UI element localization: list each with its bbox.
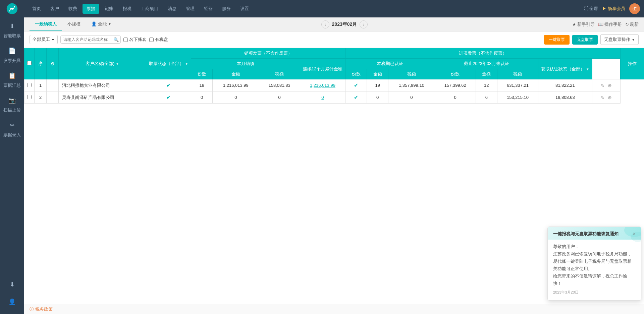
sidebar: ⬇ 智能取票 📄 发票开具 📋 票据汇总 📷 扫描上传 ✏ 票据录入 ⬇ 👤 (0, 0, 24, 314)
sidebar-logo[interactable] (0, 0, 24, 17)
nav-collection[interactable]: 收费 (64, 4, 81, 14)
sidebar-item-invoice-summary[interactable]: 📋 票据汇总 (0, 67, 24, 92)
nav-bookkeeping[interactable]: 记账 (101, 4, 117, 14)
avatar[interactable]: tE (629, 3, 640, 14)
row-deadline-num: 6 (476, 91, 497, 104)
row-deadline-num: 12 (476, 79, 497, 91)
filter-dropdown-icon: ▼ (51, 38, 55, 42)
th-deadline-num: 份数 (435, 69, 476, 79)
search-input[interactable] (60, 36, 121, 44)
row-confirm-status: ✔ (345, 91, 367, 104)
refresh-btn[interactable]: ↻ 刷新 (625, 21, 639, 27)
new-guide-btn[interactable]: ★ 新手引导 (572, 21, 595, 27)
refresh-icon: ↻ (625, 22, 629, 27)
row-fetch-status: ✔ (146, 79, 191, 91)
th-period-tax: 税额 (388, 69, 435, 79)
current-date: 2023年02月 (332, 21, 357, 27)
topnav-right: ⛶ 全屏 ▶ 畅享会员 tE (584, 3, 640, 14)
row-monthly-num: 0 (191, 91, 213, 104)
th-monthly-tax: 税额 (259, 69, 300, 79)
one-click-fetch-btn[interactable]: 一键取票 (544, 35, 570, 45)
nav-home[interactable]: 首页 (28, 4, 45, 14)
tab-general-taxpayer[interactable]: 一般纳税人 (30, 18, 62, 31)
tax-policy-link[interactable]: ⓘ 税务政策 (30, 306, 53, 312)
row-action: ✎ ⊕ (592, 79, 620, 91)
th-deadline-tax: 税额 (497, 69, 538, 79)
select-all-checkbox[interactable] (27, 61, 32, 65)
no-disk-ops-btn[interactable]: 无盘取票操作 ▼ (600, 34, 639, 45)
row-customer-name: 河北柯擦桅实业有限公司 (59, 79, 146, 91)
sidebar-item-invoice-open[interactable]: 📄 发票开具 (0, 42, 24, 67)
row-select[interactable] (24, 79, 35, 91)
th-continuous: 连续12个月累计金额 (300, 59, 345, 79)
next-month-btn[interactable]: › (360, 20, 368, 28)
checkbox-account[interactable]: 名下账套 (123, 37, 147, 43)
copy-icon[interactable]: ⊕ (608, 83, 612, 88)
user-icon: 👤 (7, 297, 17, 307)
employee-filter[interactable]: 全部员工 ▼ (30, 35, 58, 44)
nav-client[interactable]: 客户 (46, 4, 63, 14)
row-select[interactable] (24, 91, 35, 104)
prev-month-btn[interactable]: ‹ (321, 20, 329, 28)
th-monthly-sales: 本月销项 (191, 59, 300, 69)
th-deadline-unconfirm: 截止2023年03月未认证 (435, 59, 538, 69)
edit-icon[interactable]: ✎ (600, 95, 604, 100)
manual-btn[interactable]: 📖 操作手册 (598, 21, 622, 27)
tab-all[interactable]: 👤 全能 ▼ (86, 18, 117, 31)
sidebar-item-scan-upload[interactable]: 📷 扫描上传 (0, 92, 24, 117)
guide-icon: ★ (572, 22, 576, 27)
th-monthly-amount: 金额 (213, 69, 259, 79)
popup-header: 一键报税与无盘取票功能恢复通知 × (548, 227, 641, 240)
row-monthly-amount: 0 (213, 91, 259, 104)
table-row: 2 灵寿县尚泽矿产品有限公司 ✔ 0 0 0 0 ✔ 0 0 0 6 153,2… (24, 91, 644, 104)
row-deadline-amount: 631,337.21 (497, 79, 538, 91)
top-navigation: 首页 客户 收费 票据 记账 报税 工商项目 消息 管理 经营 服务 设置 ⛶ … (24, 0, 644, 17)
svg-point-1 (11, 8, 13, 9)
row-deadline-amount: 153,215.10 (497, 91, 538, 104)
account-checkbox[interactable] (123, 38, 128, 42)
tax-disk-checkbox[interactable] (149, 38, 154, 42)
nav-settings[interactable]: 设置 (236, 4, 253, 14)
copy-icon[interactable]: ⊕ (608, 95, 612, 100)
tab-small-scale[interactable]: 小规模 (62, 18, 86, 31)
th-action: 操作 (621, 48, 644, 79)
nav-message[interactable]: 消息 (164, 4, 180, 14)
row-monthly-tax: 0 (259, 91, 300, 104)
row-deadline-tax: 19,808.63 (538, 91, 592, 104)
nav-management[interactable]: 管理 (182, 4, 199, 14)
checkbox-tax-disk[interactable]: 有税盘 (149, 37, 168, 43)
sidebar-item-download[interactable]: ⬇ (0, 276, 24, 293)
row-monthly-tax: 158,081.83 (259, 79, 300, 91)
tabbar: 一般纳税人 小规模 👤 全能 ▼ ‹ 2023年02月 › ★ 新手引导 📖 操 (24, 17, 644, 32)
nav-service[interactable]: 服务 (218, 4, 235, 14)
nav-business[interactable]: 工商项目 (137, 4, 162, 14)
sidebar-item-smart-fetch[interactable]: ⬇ 智能取票 (0, 17, 24, 42)
row-period-tax: 157,399.62 (435, 79, 476, 91)
member-btn[interactable]: ▶ 畅享会员 (602, 6, 625, 12)
ops-dropdown-icon: ▼ (632, 38, 635, 42)
th-fetch-status: 取票状态（全部） ▼ (146, 48, 191, 79)
row-period-amount: 1,357,999.10 (388, 79, 435, 91)
search-icon[interactable]: 🔍 (113, 37, 119, 42)
row-period-num: 19 (367, 79, 388, 91)
popup-title: 一键报税与无盘取票功能恢复通知 (553, 231, 619, 237)
smart-fetch-icon: ⬇ (7, 21, 17, 32)
row-monthly-amount: 1,216,013.99 (213, 79, 259, 91)
row-continuous: 0 (300, 91, 345, 104)
th-customer-name: 客户名称(全部) ▼ (59, 48, 146, 79)
row-num: 2 (35, 91, 47, 104)
fullscreen-btn[interactable]: ⛶ 全屏 (584, 6, 598, 12)
nav-invoice[interactable]: 票据 (83, 4, 99, 14)
row-deadline-tax: 81,822.21 (538, 79, 592, 91)
manual-icon: 📖 (598, 22, 603, 27)
edit-icon[interactable]: ✎ (600, 83, 604, 88)
nav-operation[interactable]: 经营 (200, 4, 217, 14)
data-entry-icon: ✏ (7, 120, 17, 131)
popup-date: 2023年3月20日 (553, 289, 636, 296)
nav-tax[interactable]: 报税 (119, 4, 136, 14)
fullscreen-icon: ⛶ (584, 6, 588, 11)
sidebar-item-data-entry[interactable]: ✏ 票据录入 (0, 117, 24, 141)
no-disk-fetch-btn[interactable]: 无盘取票 (572, 35, 598, 45)
th-purchase-group: 进项发票（不含作废票） (345, 48, 621, 59)
sidebar-item-user[interactable]: 👤 (0, 293, 24, 311)
